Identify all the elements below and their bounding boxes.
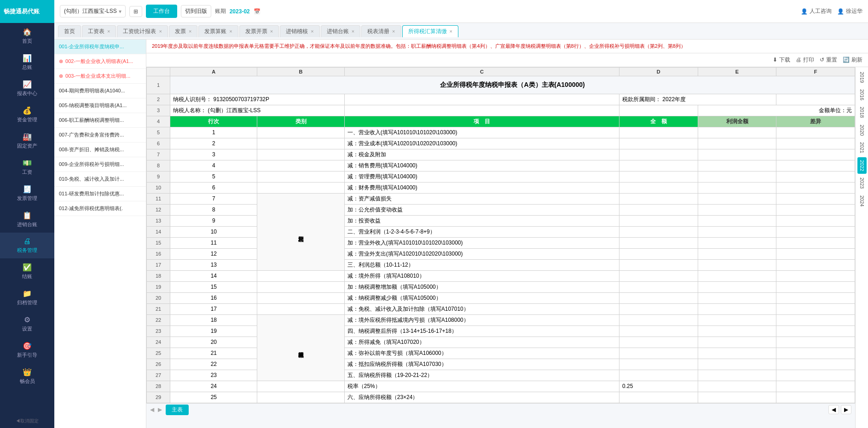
amount-cell[interactable] [619, 127, 698, 138]
left-panel-item-007[interactable]: 007-广告费和业务宣传费跨... [54, 128, 146, 143]
item-cell[interactable]: 减：营业外支出(填写A102010\102020\103000) [344, 248, 619, 259]
amount-cell[interactable] [619, 193, 698, 204]
profit-cell[interactable] [698, 149, 776, 160]
sidebar-item-setting[interactable]: ⚙ 设置 [0, 311, 54, 337]
year-btn-2018[interactable]: 2018 [857, 104, 867, 120]
sidebar-item-tax[interactable]: 🖨 税务管理 [0, 233, 54, 258]
sidebar-item-archive[interactable]: 📁 归档管理 [0, 285, 54, 311]
calendar-icon[interactable]: 📅 [254, 8, 260, 15]
sidebar-item-invoice[interactable]: 🧾 发票管理 [0, 180, 54, 206]
tab-salary[interactable]: 工资表 × [82, 25, 116, 37]
profit-cell[interactable] [698, 160, 776, 171]
profit-cell[interactable] [698, 325, 776, 337]
reset-button[interactable]: ↺ 重置 [820, 56, 837, 64]
diff-cell[interactable] [776, 303, 855, 314]
profit-cell[interactable] [698, 215, 776, 226]
tab-income-tax-close[interactable]: × [450, 29, 452, 34]
profit-cell[interactable] [698, 237, 776, 248]
year-btn-2019[interactable]: 2019 [857, 69, 867, 86]
tab-invoice-open[interactable]: 发票开票 × [239, 25, 279, 37]
profit-cell[interactable] [698, 226, 776, 237]
diff-cell[interactable] [776, 171, 855, 182]
item-cell[interactable]: 减：资产减值损失 [344, 193, 619, 204]
diff-cell[interactable] [776, 281, 855, 292]
sidebar-item-home[interactable]: 🏠 首页 [0, 23, 54, 49]
diff-cell[interactable] [776, 237, 855, 248]
profit-cell[interactable] [698, 359, 776, 370]
profit-cell[interactable] [698, 314, 776, 325]
profit-cell[interactable] [698, 259, 776, 270]
amount-cell[interactable] [619, 204, 698, 215]
profit-cell[interactable] [698, 337, 776, 348]
amount-cell[interactable] [619, 337, 698, 348]
user-profile[interactable]: 👤 徐运华 [837, 7, 862, 15]
amount-cell[interactable] [619, 325, 698, 337]
left-panel-item-011[interactable]: 011-研发费用加计扣除优惠... [54, 187, 146, 201]
item-cell[interactable]: 减：管理费用(填写A104000) [344, 171, 619, 182]
left-panel-item-001[interactable]: 001-企业所得税年度纳税申... [54, 40, 146, 54]
item-cell[interactable]: 减：所得减免（填写A107020） [344, 337, 619, 348]
diff-cell[interactable] [776, 259, 855, 270]
amount-cell[interactable] [619, 281, 698, 292]
prev-sheet-btn[interactable]: ◀ [150, 406, 154, 413]
diff-cell[interactable] [776, 325, 855, 337]
switch-old-btn[interactable]: 切到旧版 [181, 5, 211, 17]
item-cell[interactable]: 税率（25%） [344, 381, 619, 392]
amount-cell[interactable] [619, 303, 698, 314]
tab-invoice-open-close[interactable]: × [270, 29, 273, 34]
diff-cell[interactable] [776, 149, 855, 160]
item-cell[interactable]: 减：抵扣应纳税所得额（填写A107030） [344, 359, 619, 370]
amount-cell[interactable] [619, 215, 698, 226]
profit-cell[interactable] [698, 171, 776, 182]
amount-cell[interactable] [619, 370, 698, 381]
left-panel-item-005[interactable]: 005-纳税调整项目明细表(A1... [54, 98, 146, 113]
tab-salary-report[interactable]: 工资统计报表 × [117, 25, 168, 37]
amount-cell[interactable] [619, 171, 698, 182]
diff-cell[interactable] [776, 127, 855, 138]
amount-cell[interactable] [619, 138, 698, 149]
amount-cell[interactable] [619, 160, 698, 171]
item-cell[interactable]: 减：销售费用(填写A104000) [344, 160, 619, 171]
item-cell[interactable]: 减：境外应税所得抵减境内亏损（填写A108000） [344, 314, 619, 325]
work-platform-button[interactable]: 工作台 [146, 5, 177, 18]
profit-cell[interactable] [698, 193, 776, 204]
item-cell[interactable]: 加：投资收益 [344, 215, 619, 226]
scroll-right-btn[interactable]: ▶ [841, 405, 851, 414]
item-cell[interactable]: 减：税金及附加 [344, 149, 619, 160]
item-cell[interactable]: 一、营业收入(填写A101010\101020\103000) [344, 127, 619, 138]
amount-cell[interactable] [619, 226, 698, 237]
sidebar-item-fund[interactable]: 💰 资金管理 [0, 102, 54, 128]
diff-cell[interactable] [776, 248, 855, 259]
tab-tax-summary-close[interactable]: × [392, 29, 395, 34]
profit-cell[interactable] [698, 370, 776, 381]
item-cell[interactable]: 加：营业外收入(填写A101010\101020\103000) [344, 237, 619, 248]
profit-cell[interactable] [698, 270, 776, 281]
profit-cell[interactable] [698, 348, 776, 359]
print-button[interactable]: 🖨 打印 [796, 56, 814, 64]
diff-cell[interactable] [776, 182, 855, 193]
company-selector[interactable]: (勾削）江西服宝-LSS ▾ [60, 5, 126, 17]
item-cell[interactable]: 减：境外所得（填写A108010） [344, 270, 619, 281]
sidebar-item-ledger[interactable]: 📊 总账 [0, 49, 54, 75]
left-panel-item-004[interactable]: 004-期间费用明细表(A1040... [54, 84, 146, 98]
year-btn-2016[interactable]: 2016 [857, 86, 867, 103]
service-btn[interactable]: 👤 人工咨询 [801, 7, 832, 15]
sheet-main[interactable]: A B C D E F [146, 67, 855, 428]
tab-purchase-ledger-close[interactable]: × [352, 29, 354, 34]
profit-cell[interactable] [698, 204, 776, 215]
year-btn-2021[interactable]: 2021 [857, 139, 867, 156]
amount-cell[interactable] [619, 259, 698, 270]
item-cell[interactable]: 五、应纳税所得额（19-20-21-22） [344, 370, 619, 381]
item-cell[interactable]: 三、利润总额（10-11-12） [344, 259, 619, 270]
tab-purchase-audit-close[interactable]: × [311, 29, 313, 34]
tab-purchase-audit[interactable]: 进销稽核 × [280, 25, 319, 37]
profit-cell[interactable] [698, 292, 776, 303]
item-cell[interactable]: 减：纳税调整减少额（填写A105000） [344, 292, 619, 303]
year-btn-2023[interactable]: 2023 [857, 175, 867, 191]
left-panel-item-003[interactable]: ⊗ 003-一般企业成本支出明细... [54, 69, 146, 84]
sidebar-item-member[interactable]: 👑 畅会员 [0, 363, 54, 389]
tab-purchase-ledger[interactable]: 进销台账 × [321, 25, 360, 37]
item-cell[interactable]: 减：弥补以前年度亏损（填写A106000） [344, 348, 619, 359]
amount-cell[interactable] [619, 237, 698, 248]
profit-cell[interactable] [698, 127, 776, 138]
